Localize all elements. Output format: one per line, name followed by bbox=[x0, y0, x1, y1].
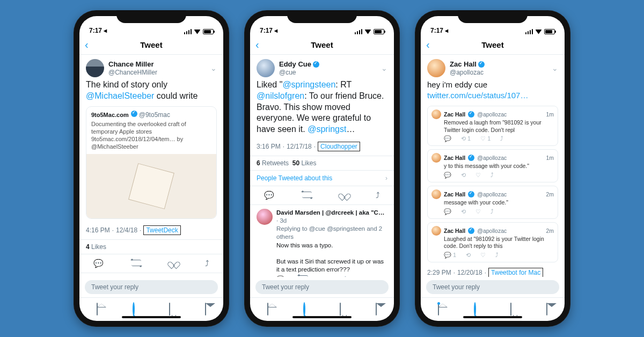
source-label[interactable]: Tweetbot for Mac bbox=[488, 268, 543, 277]
verified-icon bbox=[131, 111, 137, 117]
like-icon[interactable] bbox=[340, 191, 348, 200]
tab-home[interactable] bbox=[97, 303, 98, 316]
tweet-actions: 💬 ⤴ bbox=[250, 186, 394, 205]
screen: 7:17 ◂ ‹ Tweet Chance Miller @ChanceHMil… bbox=[79, 16, 223, 321]
tweet-actions: 💬 ⤴ bbox=[79, 254, 223, 273]
page-title: Tweet bbox=[311, 40, 333, 49]
page-title: Tweet bbox=[140, 40, 162, 49]
phone-frame: 7:17 ◂ ‹ Tweet Chance Miller @ChanceHMil… bbox=[74, 10, 229, 327]
tweet-meta: 2:29 PM · 12/20/18 · Tweetbot for Mac bbox=[421, 266, 565, 277]
source-label[interactable]: TweetDeck bbox=[143, 225, 180, 235]
embedded-tweet[interactable]: Zac Hall@apollozac1m y to this message w… bbox=[427, 149, 558, 182]
notch bbox=[458, 10, 528, 23]
user-name[interactable]: Zac Hall bbox=[450, 60, 477, 69]
user-handle[interactable]: @ChanceHMiller bbox=[108, 69, 157, 76]
notch bbox=[116, 10, 186, 23]
tweet-text: The kind of story only @MichaelSteeber c… bbox=[79, 79, 223, 106]
avatar[interactable] bbox=[257, 209, 273, 225]
tweet-stats[interactable]: 4 Likes bbox=[79, 239, 223, 254]
phone-frame: 7:17 ◂ ‹ Tweet Zac Hall @apollozac ⌄ hey… bbox=[415, 10, 570, 327]
reply-input[interactable]: Tweet your reply bbox=[426, 280, 559, 294]
tab-notifications[interactable] bbox=[340, 303, 341, 316]
screen: 7:17 ◂ ‹ Tweet Zac Hall @apollozac ⌄ hey… bbox=[421, 16, 565, 321]
tweet-meta: 3:16 PM · 12/17/18 · Cloudhopper bbox=[250, 140, 394, 156]
location-icon: ◂ bbox=[104, 27, 107, 34]
back-button[interactable]: ‹ bbox=[426, 39, 430, 51]
tab-home[interactable] bbox=[267, 303, 268, 316]
home-indicator[interactable] bbox=[122, 316, 181, 318]
user-handle[interactable]: @apollozac bbox=[450, 69, 485, 76]
quoted-text: Documenting the overlooked craft of temp… bbox=[86, 120, 216, 154]
reply-item[interactable]: David Marsden | @drcreek | aka "C… · 3d … bbox=[250, 205, 394, 277]
mention-link[interactable]: @MichaelSteeber bbox=[86, 91, 154, 100]
embedded-tweet[interactable]: Zac Hall@apollozac1m Removed a laugh fro… bbox=[427, 106, 558, 146]
reply-input[interactable]: Tweet your reply bbox=[85, 280, 218, 294]
reply-input[interactable]: Tweet your reply bbox=[255, 280, 389, 294]
battery-icon bbox=[203, 29, 214, 34]
people-tweeted[interactable]: People Tweeted about this› bbox=[250, 170, 394, 186]
tweet-stats[interactable]: 6 Retweets 50 Likes bbox=[250, 156, 394, 170]
tab-messages[interactable] bbox=[376, 303, 377, 316]
more-icon[interactable]: ⌄ bbox=[552, 64, 558, 72]
quoted-handle: @9to5mac bbox=[139, 111, 170, 119]
user-name[interactable]: Eddy Cue bbox=[279, 60, 311, 69]
cellular-icon bbox=[184, 29, 192, 34]
status-time: 7:17 bbox=[89, 27, 102, 34]
reply-icon[interactable]: 💬 bbox=[93, 259, 104, 268]
wifi-icon bbox=[194, 30, 201, 34]
embedded-tweet[interactable]: Zac Hall@apollozac2m Laughed at "981092 … bbox=[427, 222, 558, 262]
verified-icon bbox=[478, 61, 485, 68]
tab-search[interactable] bbox=[474, 303, 476, 316]
tab-messages[interactable] bbox=[546, 303, 547, 316]
notch bbox=[287, 10, 357, 23]
share-icon[interactable]: ⤴ bbox=[205, 259, 209, 268]
back-button[interactable]: ‹ bbox=[255, 39, 259, 51]
tab-notifications[interactable] bbox=[169, 303, 170, 316]
quoted-name: 9to5Mac.com bbox=[91, 112, 129, 118]
avatar[interactable] bbox=[257, 59, 275, 77]
home-indicator[interactable] bbox=[463, 316, 522, 318]
quoted-image bbox=[86, 154, 216, 218]
url-link[interactable]: twitter.com/cue/status/107… bbox=[427, 91, 528, 100]
share-icon[interactable]: ⤴ bbox=[376, 191, 380, 200]
verified-icon bbox=[313, 61, 319, 68]
retweet-icon[interactable] bbox=[131, 259, 141, 268]
reply-text: Now this was a typo. But was it Siri tha… bbox=[276, 241, 387, 274]
tweet-text: Liked "@springsteen: RT @nilslofgren: To… bbox=[250, 79, 394, 140]
tweet-text: hey i'm eddy cue twitter.com/cue/status/… bbox=[421, 79, 565, 105]
nav-header: ‹ Tweet bbox=[421, 35, 565, 55]
nav-header: ‹ Tweet bbox=[79, 35, 223, 55]
quoted-tweet[interactable]: 9to5Mac.com @9to5mac Documenting the ove… bbox=[86, 106, 217, 219]
page-title: Tweet bbox=[481, 40, 503, 49]
tab-search[interactable] bbox=[133, 303, 135, 316]
mention-link[interactable]: @springsteen bbox=[282, 80, 335, 89]
like-icon[interactable] bbox=[170, 259, 177, 268]
avatar[interactable] bbox=[86, 59, 104, 77]
reply-icon[interactable]: 💬 bbox=[264, 191, 274, 200]
tweet-meta: 4:16 PM · 12/4/18 · TweetDeck bbox=[79, 223, 223, 239]
back-button[interactable]: ‹ bbox=[85, 39, 89, 51]
mention-link[interactable]: @nilslofgren bbox=[257, 91, 304, 100]
user-name[interactable]: Chance Miller bbox=[108, 60, 157, 69]
retweet-icon[interactable] bbox=[302, 191, 312, 200]
more-icon[interactable]: ⌄ bbox=[381, 64, 387, 72]
screen: 7:17 ◂ ‹ Tweet Eddy Cue @cue ⌄ Liked "@s… bbox=[250, 16, 394, 321]
user-handle[interactable]: @cue bbox=[279, 69, 319, 76]
embedded-tweet[interactable]: Zac Hall@apollozac2m message with your c… bbox=[427, 186, 558, 219]
home-indicator[interactable] bbox=[292, 316, 352, 318]
tab-messages[interactable] bbox=[205, 303, 206, 316]
phone-frame: 7:17 ◂ ‹ Tweet Eddy Cue @cue ⌄ Liked "@s… bbox=[244, 10, 400, 327]
more-icon[interactable]: ⌄ bbox=[210, 64, 217, 72]
avatar[interactable] bbox=[427, 59, 445, 77]
nav-header: ‹ Tweet bbox=[250, 35, 394, 55]
tab-notifications[interactable] bbox=[510, 303, 511, 316]
tab-search[interactable] bbox=[303, 303, 305, 316]
tab-home[interactable] bbox=[438, 303, 439, 316]
mention-link[interactable]: @springst bbox=[308, 124, 346, 134]
source-label[interactable]: Cloudhopper bbox=[318, 142, 360, 151]
